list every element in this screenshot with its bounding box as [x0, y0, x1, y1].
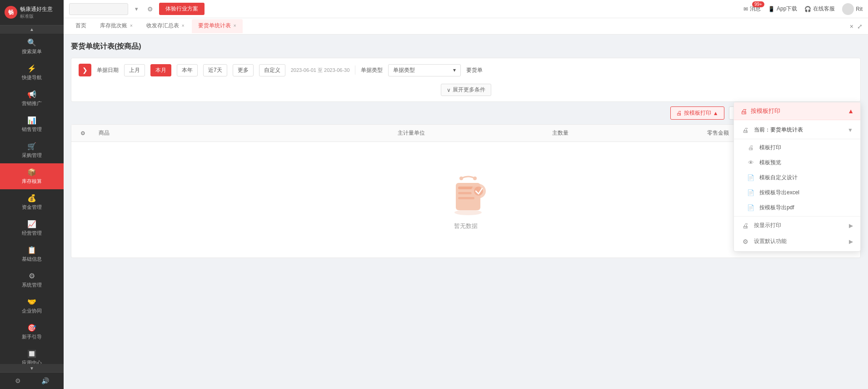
marketing-icon: 📢: [27, 90, 36, 99]
sidebar-scroll-down[interactable]: ▼: [0, 364, 64, 372]
current-expand-icon: ▼: [848, 127, 853, 133]
sidebar-label-finance: 资金管理: [22, 204, 42, 211]
sidebar-item-inventory[interactable]: 📦 库存核算: [0, 163, 64, 189]
message-icon: ✉: [743, 6, 748, 12]
date-last-month[interactable]: 上月: [124, 64, 145, 76]
tab-home[interactable]: 首页: [69, 19, 93, 33]
tab-order[interactable]: 要货单统计表 ×: [192, 19, 243, 33]
window-expand-btn[interactable]: ⤢: [857, 23, 863, 30]
sidebar-item-sales[interactable]: 📊 销售管理: [0, 111, 64, 137]
volume-icon[interactable]: 🔊: [41, 377, 49, 384]
template-pdf-label: 按模板导出pdf: [759, 204, 794, 212]
appstore-icon: 🔲: [27, 349, 36, 358]
template-preview-icon: 👁: [747, 159, 755, 166]
svg-point-0: [454, 210, 482, 215]
sidebar-label-purchase: 采购管理: [22, 152, 42, 159]
user-avatar-btn[interactable]: Rit: [842, 3, 863, 15]
order-type-select[interactable]: 单据类型 ▾: [388, 64, 461, 76]
content-area: 要货单统计表(按商品) ❯ 单据日期 上月 本月 本年 近7天 更多 自定义 2…: [64, 35, 868, 389]
dropdown-collapse-btn[interactable]: ▲: [848, 107, 854, 115]
sidebar-logo: 畅 畅康通好生意 标准版: [0, 0, 64, 25]
dropdown-item-template-pdf[interactable]: 📄 按模板导出pdf: [734, 200, 860, 215]
trial-btn[interactable]: 体验行业方案: [159, 3, 205, 15]
sidebar-item-finance[interactable]: 💰 资金管理: [0, 189, 64, 215]
print-icon: 🖨: [676, 110, 682, 116]
date-this-year[interactable]: 本年: [177, 64, 198, 76]
template-pdf-icon: 📄: [747, 204, 755, 211]
sidebar-nav: 🔍 搜索菜单 ⚡ 快捷导航 📢 营销推广 📊 销售管理 🛒 采购管理 📦 库存核…: [0, 34, 64, 364]
dropdown-item-template-design[interactable]: 📄 模板自定义设计: [734, 170, 860, 185]
tab-receipt-close[interactable]: ×: [182, 23, 185, 28]
empty-text: 暂无数据: [454, 222, 478, 230]
newguide-icon: 🎯: [27, 323, 36, 332]
tab-receipt[interactable]: 收发存汇总表 ×: [140, 19, 191, 33]
sidebar: 畅 畅康通好生意 标准版 ▲ 🔍 搜索菜单 ⚡ 快捷导航 📢 营销推广 📊 销售…: [0, 0, 64, 389]
sidebar-item-search[interactable]: 🔍 搜索菜单: [0, 34, 64, 60]
date-more[interactable]: 更多: [233, 64, 254, 76]
sidebar-item-shortcut[interactable]: ⚡ 快捷导航: [0, 60, 64, 86]
filter-expand-btn[interactable]: ❯: [79, 64, 91, 76]
tab-order-close[interactable]: ×: [234, 23, 236, 28]
sidebar-item-system[interactable]: ⚙ 系统管理: [0, 267, 64, 293]
dropdown-item-default-func[interactable]: ⚙ 设置默认功能 ▶: [734, 233, 860, 249]
template-preview-label: 模板预览: [759, 159, 781, 167]
date-this-month[interactable]: 本月: [150, 64, 171, 76]
template-design-icon: 📄: [747, 174, 755, 181]
sidebar-label-basic: 基础信息: [22, 256, 42, 263]
sidebar-item-newguide[interactable]: 🎯 新手引导: [0, 319, 64, 345]
filter-bar: ❯ 单据日期 上月 本月 本年 近7天 更多 自定义 2023-06-01 至 …: [71, 58, 861, 102]
current-item-icon: 🖨: [741, 126, 749, 134]
date-7days[interactable]: 近7天: [203, 64, 227, 76]
tab-receipt-label: 收发存汇总表: [146, 22, 179, 30]
tab-batch-close[interactable]: ×: [130, 23, 133, 28]
template-print-icon: 🖨: [747, 144, 755, 151]
logo-title: 畅康通好生意: [20, 5, 53, 13]
order-type-label: 单据类型: [361, 66, 383, 74]
dropdown-item-current[interactable]: 🖨 当前：要货单统计表 ▼: [734, 122, 860, 138]
dropdown-item-template-print[interactable]: 🖨 模板打印: [734, 140, 860, 155]
dropdown-item-template-preview[interactable]: 👁 模板预览: [734, 155, 860, 170]
table-col-gear[interactable]: ⚙: [75, 126, 93, 141]
default-func-icon: ⚙: [741, 238, 749, 245]
sidebar-label-system: 系统管理: [22, 282, 42, 288]
message-btn[interactable]: ✉ 消息 99+: [743, 5, 761, 13]
default-func-label: 设置默认功能: [754, 237, 787, 245]
window-close-btn[interactable]: ×: [850, 23, 853, 30]
window-buttons: × ⤢: [850, 23, 863, 30]
sidebar-bottom: ⚙ 🔊: [0, 372, 64, 389]
display-print-icon: 🖨: [741, 222, 749, 229]
gear-btn[interactable]: ⚙: [145, 4, 155, 15]
sidebar-item-enterprise[interactable]: 🤝 企业协同: [0, 293, 64, 319]
sidebar-label-operation: 经营管理: [22, 230, 42, 237]
sidebar-label-sales: 销售管理: [22, 126, 42, 133]
tab-batch[interactable]: 库存批次账 ×: [94, 19, 139, 33]
dropdown-item-display-print[interactable]: 🖨 按显示打印 ▶: [734, 217, 860, 233]
username: Rit: [856, 6, 863, 12]
order-type-chevron: ▾: [453, 67, 456, 73]
sidebar-label-marketing: 营销推广: [22, 100, 42, 107]
svg-rect-4: [458, 197, 474, 199]
sidebar-item-marketing[interactable]: 📢 营销推广: [0, 86, 64, 111]
dropdown-item-template-excel[interactable]: 📄 按模板导出excel: [734, 185, 860, 200]
sidebar-scroll-up[interactable]: ▲: [0, 25, 64, 34]
expand-more-btn[interactable]: ∨ 展开更多条件: [441, 84, 491, 96]
service-icon: 🎧: [804, 6, 811, 12]
svg-point-8: [473, 177, 477, 180]
sidebar-item-appstore[interactable]: 🔲 应用中心: [0, 345, 64, 364]
logo-icon: 畅: [5, 6, 17, 19]
app-download-btn[interactable]: 📱 App下载: [768, 5, 797, 13]
settings-icon[interactable]: ⚙: [15, 377, 21, 384]
dropdown-title: 按模板打印: [751, 107, 780, 115]
empty-illustration: [443, 169, 489, 215]
search-dropdown-btn[interactable]: ▾: [132, 5, 141, 14]
logo-subtitle: 标准版: [20, 13, 53, 20]
sidebar-item-basic[interactable]: 📋 基础信息: [0, 241, 64, 267]
print-dropdown-btn[interactable]: 🖨 按模板打印 ▲: [670, 106, 724, 120]
sidebar-item-purchase[interactable]: 🛒 采购管理: [0, 137, 64, 163]
table-col-unit: 主计量单位: [392, 125, 547, 141]
service-btn[interactable]: 🎧 在线客服: [804, 5, 835, 13]
date-custom[interactable]: 自定义: [259, 64, 285, 76]
search-input[interactable]: [69, 3, 128, 15]
dropdown-print-icon: 🖨: [740, 107, 747, 115]
sidebar-item-operation[interactable]: 📈 经营管理: [0, 215, 64, 241]
